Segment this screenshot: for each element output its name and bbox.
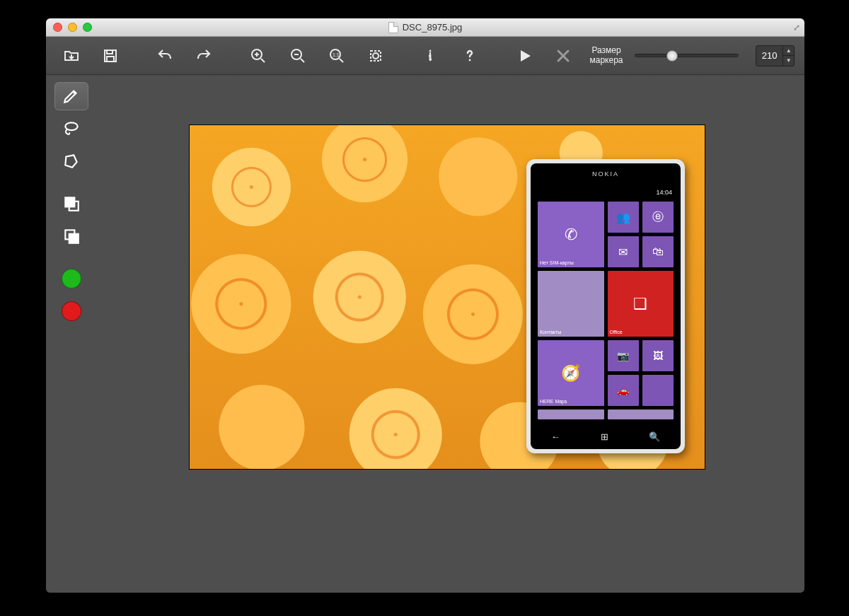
phone-tile-strip-2 xyxy=(608,409,674,419)
zoom-in-button[interactable] xyxy=(243,43,274,69)
marker-size-value: 210 xyxy=(756,46,782,66)
phone-tile-ie: ⓔ xyxy=(642,202,674,233)
image-content-phone: NOKIA 14:04 ✆ Нет SIM-карты 👥 ⓔ ✉ 🛍 xyxy=(526,159,685,453)
phone-tile-phone: ✆ Нет SIM-карты xyxy=(538,202,604,267)
fit-screen-button[interactable] xyxy=(361,43,391,69)
camera-icon: 📷 xyxy=(608,340,639,371)
mask-show-tool[interactable] xyxy=(54,190,88,218)
top-toolbar: 1:1 Размер маркера 210 ▲ ▼ xyxy=(46,37,804,75)
mask-hide-tool[interactable] xyxy=(54,222,88,250)
phone-tile-camera: 📷 xyxy=(608,340,639,371)
foreground-color[interactable] xyxy=(54,265,88,293)
zoom-window-button[interactable] xyxy=(83,23,92,32)
zoom-actual-button[interactable]: 1:1 xyxy=(321,43,352,69)
svg-rect-12 xyxy=(65,197,74,207)
info-button[interactable] xyxy=(415,43,446,69)
marker-tool[interactable] xyxy=(54,82,88,110)
minimize-window-button[interactable] xyxy=(68,23,77,32)
phone-tile-mail: ✉ xyxy=(608,236,639,267)
open-button[interactable] xyxy=(56,43,86,69)
lasso-tool[interactable] xyxy=(54,115,88,143)
office-icon: ❑ xyxy=(608,271,674,337)
play-button[interactable] xyxy=(509,43,539,69)
phone-tile-store: 🛍 xyxy=(642,236,674,267)
svg-point-10 xyxy=(468,59,470,61)
redo-button[interactable] xyxy=(189,43,219,69)
marker-size-slider[interactable] xyxy=(635,50,739,62)
help-button[interactable] xyxy=(454,43,485,69)
canvas-area[interactable]: NOKIA 14:04 ✆ Нет SIM-карты 👥 ⓔ ✉ 🛍 xyxy=(97,75,804,593)
people-icon: 👥 xyxy=(608,202,639,233)
window-title: DSC_8975.jpg xyxy=(403,22,463,33)
store-icon: 🛍 xyxy=(642,236,674,267)
fullscreen-icon[interactable]: ⤢ xyxy=(793,23,800,33)
phone-tile-contacts: Контакты xyxy=(538,271,604,337)
phone-tile-extra xyxy=(642,375,674,406)
stepper-down-icon[interactable]: ▼ xyxy=(783,56,794,66)
phone-tile-strip-1 xyxy=(538,409,604,419)
image-canvas[interactable]: NOKIA 14:04 ✆ Нет SIM-карты 👥 ⓔ ✉ 🛍 xyxy=(189,124,705,470)
phone-time-label: 14:04 xyxy=(656,189,672,196)
svg-rect-1 xyxy=(107,50,112,54)
phone-brand-label: NOKIA xyxy=(531,170,681,178)
car-icon: 🚗 xyxy=(608,375,639,406)
phone-icon: ✆ xyxy=(538,202,604,267)
close-window-button[interactable] xyxy=(53,23,62,32)
app-window: DSC_8975.jpg ⤢ 1:1 xyxy=(46,18,804,593)
back-icon: ← xyxy=(551,431,560,442)
save-button[interactable] xyxy=(95,43,125,69)
search-icon: 🔍 xyxy=(649,431,660,442)
svg-rect-2 xyxy=(107,57,114,62)
phone-tile-maps: 🧭 HERE Maps xyxy=(538,340,604,406)
marker-size-stepper[interactable]: 210 ▲ ▼ xyxy=(756,45,795,66)
phone-nav-bar: ← ⊞ 🔍 xyxy=(531,431,681,442)
marker-size-label: Размер маркера xyxy=(587,46,626,66)
file-icon xyxy=(388,22,398,33)
cancel-button[interactable] xyxy=(548,43,578,69)
title-bar: DSC_8975.jpg ⤢ xyxy=(46,18,804,37)
svg-text:1:1: 1:1 xyxy=(333,52,340,57)
svg-point-8 xyxy=(373,53,379,59)
phone-tile-photos: 🖼 xyxy=(642,340,674,371)
compass-icon: 🧭 xyxy=(538,340,604,406)
window-controls xyxy=(46,23,92,32)
phone-tile-office: ❑ Office xyxy=(608,271,674,337)
background-color[interactable] xyxy=(54,297,88,325)
svg-rect-15 xyxy=(69,234,79,243)
mail-icon: ✉ xyxy=(608,236,639,267)
side-toolbar xyxy=(46,75,97,593)
undo-button[interactable] xyxy=(149,43,180,69)
ie-icon: ⓔ xyxy=(642,202,674,233)
svg-point-9 xyxy=(429,50,432,52)
polygon-tool[interactable] xyxy=(54,147,88,175)
stepper-up-icon[interactable]: ▲ xyxy=(783,46,794,57)
phone-tiles: ✆ Нет SIM-карты 👥 ⓔ ✉ 🛍 Контакты xyxy=(538,202,674,415)
phone-tile-drive: 🚗 xyxy=(608,375,639,406)
phone-tile-people: 👥 xyxy=(608,202,639,233)
windows-icon: ⊞ xyxy=(601,431,608,442)
zoom-out-button[interactable] xyxy=(282,43,313,69)
svg-point-11 xyxy=(65,122,77,130)
picture-icon: 🖼 xyxy=(642,340,674,371)
